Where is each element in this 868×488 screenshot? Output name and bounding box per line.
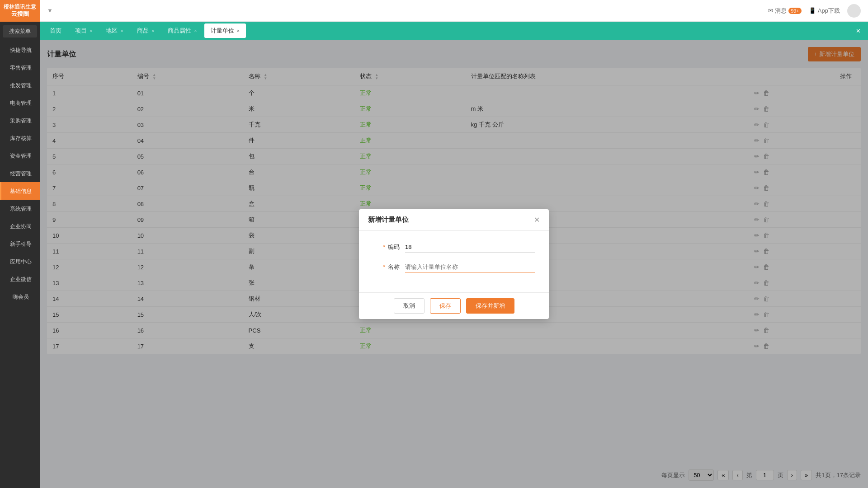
message-button[interactable]: ✉ 消息 99+ (768, 7, 802, 15)
tab-region-label: 地区 (106, 27, 118, 35)
tabs-bar: 首页 项目 × 地区 × 商品 × 商品属性 × 计量单位 × ✕ (40, 22, 868, 40)
topbar-right: ✉ 消息 99+ 📱 App下载 (768, 4, 861, 18)
tab-home[interactable]: 首页 (43, 23, 68, 38)
topbar-left: ▼ (47, 7, 53, 14)
sidebar-item-quick-nav[interactable]: 快捷导航 (0, 41, 40, 59)
main-area: ▼ ✉ 消息 99+ 📱 App下载 首页 项目 × 地区 × (40, 0, 868, 488)
name-input[interactable] (405, 262, 535, 272)
page-content: 计量单位 + 新增计量单位 序号 编号 ▲▼ 名称 (40, 40, 868, 488)
tab-attributes[interactable]: 商品属性 × (161, 23, 203, 38)
dialog-title: 新增计量单位 (368, 216, 409, 224)
sidebar-item-wholesale[interactable]: 批发管理 (0, 76, 40, 94)
tab-unit-close[interactable]: × (237, 28, 240, 33)
dialog-body: * 编码 * 名称 (359, 231, 549, 292)
tab-product[interactable]: 商品 × (131, 23, 160, 38)
name-label: * 名称 (373, 263, 400, 271)
sidebar-item-finance[interactable]: 资金管理 (0, 147, 40, 164)
dialog-header: 新增计量单位 ✕ (359, 209, 549, 231)
tab-home-label: 首页 (50, 27, 61, 35)
dialog-footer: 取消 保存 保存并新增 (359, 292, 549, 319)
dialog-close-button[interactable]: ✕ (534, 216, 540, 224)
dialog-overlay: 新增计量单位 ✕ * 编码 * 名称 (40, 40, 868, 488)
tab-project-label: 项目 (75, 27, 87, 35)
tab-product-label: 商品 (137, 27, 149, 35)
sidebar-item-basic[interactable]: 基础信息 (0, 182, 40, 200)
tab-region-close[interactable]: × (120, 28, 123, 33)
sidebar-item-cooperation[interactable]: 企业协同 (0, 217, 40, 235)
tab-attributes-label: 商品属性 (168, 27, 191, 35)
tab-project-close[interactable]: × (90, 28, 92, 33)
add-unit-dialog: 新增计量单位 ✕ * 编码 * 名称 (359, 209, 549, 319)
tab-project[interactable]: 项目 × (69, 23, 99, 38)
tab-attributes-close[interactable]: × (194, 28, 197, 33)
sidebar: 橙林通讯生意 云搜圈 搜索菜单 快捷导航 零售管理 批发管理 电商管理 采购管理… (0, 0, 40, 488)
save-button[interactable]: 保存 (430, 298, 461, 314)
sidebar-item-newbie[interactable]: 新手引导 (0, 235, 40, 253)
phone-icon: 📱 (809, 7, 816, 14)
sidebar-item-purchase[interactable]: 采购管理 (0, 112, 40, 129)
sidebar-item-inventory[interactable]: 库存核算 (0, 129, 40, 147)
message-icon: ✉ (768, 7, 773, 14)
message-badge: 99+ (788, 8, 802, 14)
tab-region[interactable]: 地区 × (99, 23, 129, 38)
close-all-tabs[interactable]: ✕ (852, 28, 864, 34)
sidebar-item-membership[interactable]: 嗨会员 (0, 288, 40, 305)
code-input[interactable] (405, 242, 535, 253)
form-row-name: * 名称 (373, 262, 535, 272)
tab-unit[interactable]: 计量单位 × (204, 23, 246, 38)
sidebar-item-retail[interactable]: 零售管理 (0, 59, 40, 76)
sidebar-item-system[interactable]: 系统管理 (0, 200, 40, 217)
save-and-new-button[interactable]: 保存并新增 (466, 298, 514, 314)
search-menu-button[interactable]: 搜索菜单 (3, 25, 37, 38)
sidebar-item-appcenter[interactable]: 应用中心 (0, 253, 40, 270)
logo: 橙林通讯生意 云搜圈 (0, 0, 40, 22)
code-label: * 编码 (373, 243, 400, 251)
tab-unit-label: 计量单位 (211, 27, 234, 35)
required-mark-name: * (383, 263, 385, 270)
topbar: ▼ ✉ 消息 99+ 📱 App下载 (40, 0, 868, 22)
search-menu-area: 搜索菜单 (0, 22, 40, 41)
sidebar-item-ecommerce[interactable]: 电商管理 (0, 94, 40, 112)
avatar[interactable] (847, 4, 861, 18)
sidebar-item-operations[interactable]: 经营管理 (0, 164, 40, 182)
cancel-button[interactable]: 取消 (394, 298, 425, 314)
form-row-code: * 编码 (373, 242, 535, 253)
required-mark-code: * (383, 244, 385, 250)
sidebar-item-enterprise[interactable]: 企业微信 (0, 270, 40, 288)
tab-product-close[interactable]: × (151, 28, 154, 33)
app-download-button[interactable]: 📱 App下载 (809, 7, 840, 15)
